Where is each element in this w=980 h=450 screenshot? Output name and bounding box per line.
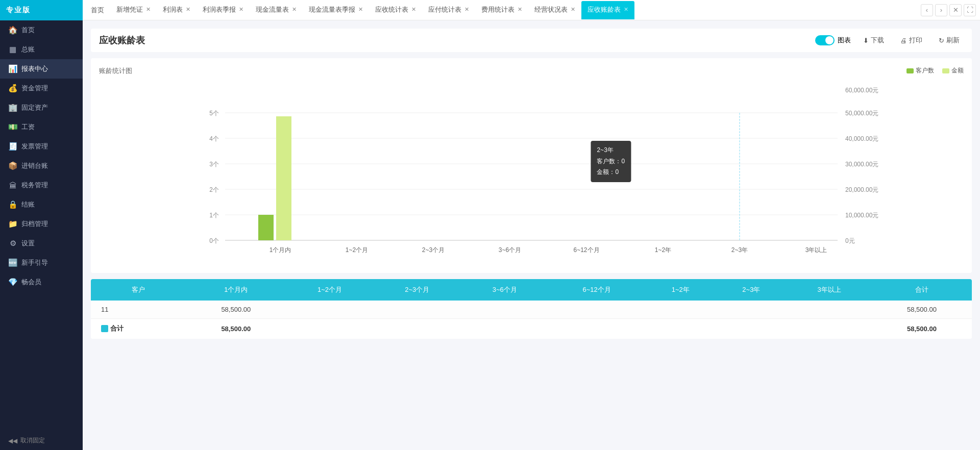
legend-customer-label: 客户数: [916, 66, 934, 75]
svg-text:40,000.00元: 40,000.00元: [845, 135, 878, 142]
sidebar-item-tax[interactable]: 🏛 税务管理: [0, 176, 83, 195]
cell-m3: [374, 301, 461, 319]
tab-close-all-btn[interactable]: ✕: [949, 4, 962, 16]
sidebar-item-closing[interactable]: 🔒 结账: [0, 195, 83, 214]
sidebar-item-vip[interactable]: 💎 畅会员: [0, 272, 83, 292]
tab-ar-stats[interactable]: 应收统计表 ✕: [369, 1, 422, 19]
payroll-icon: 💵: [8, 122, 17, 132]
tab-ar-stats-close[interactable]: ✕: [411, 6, 416, 13]
tab-prev-btn[interactable]: ‹: [921, 4, 933, 16]
tab-expense[interactable]: 费用统计表 ✕: [475, 1, 528, 19]
tab-ar-aging[interactable]: 应收账龄表 ✕: [581, 1, 634, 19]
sidebar-item-home[interactable]: 🏠 首页: [0, 20, 83, 40]
footer-label-text: 合计: [110, 324, 124, 333]
col-m6: 1~2年: [645, 279, 716, 301]
sidebar-item-report[interactable]: 📊 报表中心: [0, 59, 83, 79]
tab-profit-label: 利润表: [163, 5, 183, 14]
tab-cashflow-close[interactable]: ✕: [292, 6, 297, 13]
asset-icon: 🏢: [8, 103, 17, 112]
sidebar-item-label: 新手引导: [21, 258, 48, 267]
chart-toggle-label: 图表: [838, 36, 851, 45]
refresh-button[interactable]: ↻ 刷新: [935, 34, 964, 47]
col-m7: 2~3年: [716, 279, 787, 301]
chart-svg: 0个 1个 2个 3个 4个 5个 0元 10,000.00元 20,000.0…: [99, 80, 964, 263]
tab-cashflow-quarter-close[interactable]: ✕: [358, 6, 363, 13]
svg-text:2个: 2个: [209, 186, 219, 193]
print-button[interactable]: 🖨 打印: [896, 34, 926, 47]
col-m1: 1个月内: [186, 279, 286, 301]
tab-cashflow-quarter-label: 现金流量表季报: [309, 5, 355, 14]
sidebar-item-label: 进销台账: [21, 161, 48, 170]
tab-voucher[interactable]: 新增凭证 ✕: [110, 1, 157, 19]
legend-amount: 金额: [942, 66, 964, 75]
guide-icon: 🆕: [8, 258, 17, 267]
download-button[interactable]: ⬇ 下载: [859, 34, 888, 47]
sidebar-item-fund[interactable]: 💰 资金管理: [0, 79, 83, 98]
tab-profit-quarter[interactable]: 利润表季报 ✕: [197, 1, 250, 19]
svg-text:1个: 1个: [209, 212, 219, 219]
tab-expense-label: 费用统计表: [481, 5, 514, 14]
svg-text:1个月内: 1个月内: [270, 246, 291, 254]
tab-ar-aging-close[interactable]: ✕: [624, 6, 628, 13]
archive-icon: 📁: [8, 219, 17, 229]
tab-expense-close[interactable]: ✕: [518, 6, 522, 13]
sidebar-logo: 专业版: [0, 0, 83, 20]
tab-ap-stats-close[interactable]: ✕: [464, 6, 469, 13]
table-header-row: 客户 1个月内 1~2个月 2~3个月 3~6个月 6~12个月 1~2年 2~…: [91, 279, 972, 301]
chart-toggle[interactable]: [815, 35, 835, 45]
tab-ap-stats[interactable]: 应付统计表 ✕: [422, 1, 475, 19]
cell-m6: [645, 301, 716, 319]
sidebar-item-archive[interactable]: 📁 归档管理: [0, 214, 83, 234]
tab-cashflow-quarter[interactable]: 现金流量表季报 ✕: [303, 1, 369, 19]
tab-profit[interactable]: 利润表 ✕: [157, 1, 197, 19]
footer-label: 合计: [91, 319, 186, 339]
table-footer-row: 合计 58,500.00 58,500.00: [91, 319, 972, 339]
tab-cashflow[interactable]: 现金流量表 ✕: [250, 1, 303, 19]
sidebar-item-ledger[interactable]: ▦ 总账: [0, 40, 83, 59]
sidebar-item-asset[interactable]: 🏢 固定资产: [0, 98, 83, 117]
page-actions: 图表 ⬇ 下载 🖨 打印 ↻ 刷新: [815, 34, 964, 47]
sidebar-item-payroll[interactable]: 💵 工资: [0, 117, 83, 137]
tab-ap-stats-label: 应付统计表: [428, 5, 461, 14]
footer-m4: [461, 319, 548, 339]
svg-text:2~3个月: 2~3个月: [422, 246, 445, 254]
tab-expand-btn[interactable]: ⛶: [964, 4, 976, 16]
legend-amount-color: [942, 68, 949, 73]
tab-business[interactable]: 经营状况表 ✕: [528, 1, 581, 19]
svg-text:30,000.00元: 30,000.00元: [845, 161, 878, 168]
fund-icon: 💰: [8, 84, 17, 93]
sidebar-unpin[interactable]: ◀◀ 取消固定: [0, 431, 83, 450]
svg-text:5个: 5个: [209, 110, 219, 117]
tab-profit-quarter-close[interactable]: ✕: [239, 6, 243, 13]
cell-m1: 58,500.00: [186, 301, 286, 319]
tab-cashflow-label: 现金流量表: [256, 5, 289, 14]
chevron-left-icon: ◀◀: [8, 437, 17, 444]
tab-voucher-label: 新增凭证: [116, 5, 143, 14]
tab-bar: 首页 新增凭证 ✕ 利润表 ✕ 利润表季报 ✕ 现金流量表 ✕ 现金流量表季报 …: [83, 0, 980, 20]
sidebar-item-settings[interactable]: ⚙ 设置: [0, 234, 83, 253]
footer-m6: [645, 319, 716, 339]
sidebar-item-invoice[interactable]: 🧾 发票管理: [0, 137, 83, 156]
tab-next-btn[interactable]: ›: [935, 4, 947, 16]
print-icon: 🖨: [900, 37, 907, 44]
col-m2: 1~2个月: [286, 279, 373, 301]
sidebar-item-sales[interactable]: 📦 进销台账: [0, 156, 83, 176]
tab-profit-close[interactable]: ✕: [186, 6, 190, 13]
tab-ar-stats-label: 应收统计表: [375, 5, 408, 14]
sidebar-item-label: 归档管理: [21, 219, 48, 229]
chart-svg-wrap: 0个 1个 2个 3个 4个 5个 0元 10,000.00元 20,000.0…: [99, 80, 964, 265]
svg-text:3~6个月: 3~6个月: [499, 246, 521, 254]
sidebar-item-guide[interactable]: 🆕 新手引导: [0, 253, 83, 272]
tab-home-label: 首页: [91, 6, 104, 15]
sidebar-item-label: 报表中心: [21, 64, 48, 73]
sidebar-item-label: 资金管理: [21, 84, 48, 93]
tab-business-close[interactable]: ✕: [571, 6, 575, 13]
svg-text:3年以上: 3年以上: [805, 246, 827, 254]
tab-profit-quarter-label: 利润表季报: [203, 5, 236, 14]
total-icon-square: [101, 325, 108, 332]
sidebar-item-label: 固定资产: [21, 103, 48, 112]
tab-home[interactable]: 首页: [85, 2, 110, 19]
tab-business-label: 经营状况表: [534, 5, 568, 14]
unpin-label: 取消固定: [20, 436, 45, 445]
tab-voucher-close[interactable]: ✕: [146, 6, 151, 13]
